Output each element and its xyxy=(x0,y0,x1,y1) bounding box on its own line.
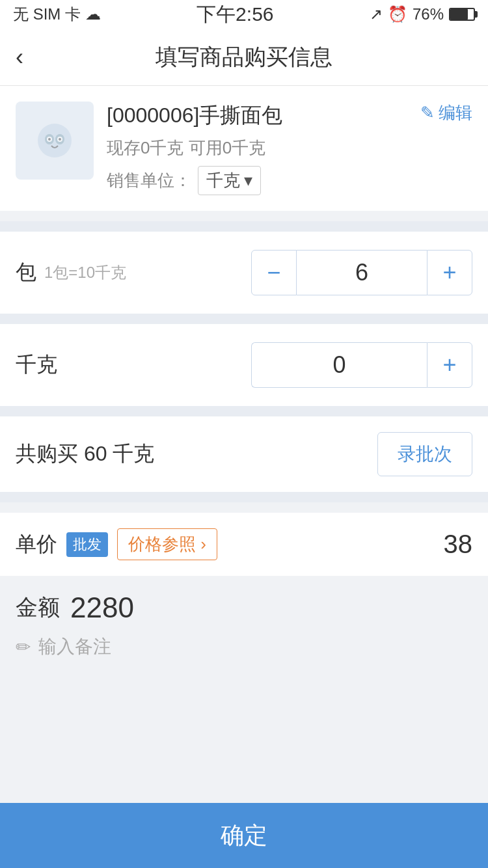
price-ref-button[interactable]: 价格参照 › xyxy=(117,528,217,560)
bao-plus-button[interactable]: + xyxy=(427,250,472,295)
price-label: 单价 xyxy=(16,530,57,559)
product-stock: 现存0千克 可用0千克 xyxy=(107,137,472,159)
kg-label: 千克 xyxy=(16,351,57,379)
back-button[interactable]: ‹ xyxy=(16,44,23,71)
kg-row: 千克 + xyxy=(16,324,472,406)
product-section: [0000006]手撕面包 ✎ 编辑 现存0千克 可用0千克 销售单位： 千克 … xyxy=(0,86,488,211)
bao-minus-button[interactable]: − xyxy=(251,250,297,295)
svg-point-6 xyxy=(59,138,61,141)
battery-level: 76% xyxy=(413,5,444,23)
price-value: 38 xyxy=(444,530,473,559)
confirm-button[interactable]: 确定 xyxy=(0,803,488,868)
remark-row[interactable]: ✏ 输入备注 xyxy=(16,634,472,659)
product-info: [0000006]手撕面包 ✎ 编辑 现存0千克 可用0千克 销售单位： 千克 … xyxy=(107,102,472,195)
remark-text: 输入备注 xyxy=(38,634,111,659)
edit-button[interactable]: ✎ 编辑 xyxy=(420,102,472,124)
status-left: 无 SIM 卡 ☁ xyxy=(13,4,101,25)
amount-row: 金额 2280 xyxy=(16,591,472,624)
product-image xyxy=(16,102,94,180)
bao-label: 包 1包=10千克 xyxy=(16,258,126,287)
bao-hint: 1包=10千克 xyxy=(44,262,126,283)
kg-controls: + xyxy=(251,342,472,388)
total-text: 共购买 60 千克 xyxy=(16,440,154,468)
batch-button[interactable]: 录批次 xyxy=(377,432,472,476)
svg-point-5 xyxy=(48,138,51,141)
status-right: ↗ ⏰ 76% xyxy=(370,5,475,23)
product-logo-icon xyxy=(35,121,74,160)
separator-1 xyxy=(0,221,488,232)
pencil-icon: ✏ xyxy=(16,636,31,658)
amount-section: 金额 2280 ✏ 输入备注 xyxy=(0,576,488,675)
kg-section: 千克 + xyxy=(0,324,488,406)
bao-row: 包 1包=10千克 − + xyxy=(16,232,472,314)
product-unit: 销售单位： 千克 ▾ xyxy=(107,166,472,195)
page-title: 填写商品购买信息 xyxy=(156,42,332,72)
separator-4 xyxy=(0,492,488,502)
price-tag: 批发 xyxy=(66,532,108,557)
separator-2 xyxy=(0,314,488,324)
kg-plus-button[interactable]: + xyxy=(427,342,472,388)
price-left: 单价 批发 价格参照 › xyxy=(16,528,217,560)
status-time: 下午2:56 xyxy=(197,1,273,28)
nav-bar: ‹ 填写商品购买信息 xyxy=(0,29,488,86)
svg-point-0 xyxy=(38,124,72,157)
unit-select[interactable]: 千克 ▾ xyxy=(198,166,261,195)
battery-icon xyxy=(449,8,475,21)
edit-icon: ✎ xyxy=(420,103,435,123)
amount-value: 2280 xyxy=(70,591,134,624)
gps-icon: ↗ xyxy=(370,5,383,23)
status-bar: 无 SIM 卡 ☁ 下午2:56 ↗ ⏰ 76% xyxy=(0,0,488,29)
sim-status: 无 SIM 卡 ☁ xyxy=(13,4,101,25)
bao-section: 包 1包=10千克 − + xyxy=(0,232,488,314)
bao-controls: − + xyxy=(251,250,472,295)
bao-input[interactable] xyxy=(297,250,427,295)
total-section: 共购买 60 千克 录批次 xyxy=(0,416,488,492)
product-name: [0000006]手撕面包 xyxy=(107,102,282,130)
separator-3 xyxy=(0,406,488,416)
alarm-icon: ⏰ xyxy=(388,5,407,23)
amount-label: 金额 xyxy=(16,593,60,623)
kg-input[interactable] xyxy=(251,342,427,388)
product-header: [0000006]手撕面包 ✎ 编辑 xyxy=(107,102,472,137)
price-section: 单价 批发 价格参照 › 38 xyxy=(0,513,488,576)
dropdown-icon: ▾ xyxy=(244,170,252,191)
